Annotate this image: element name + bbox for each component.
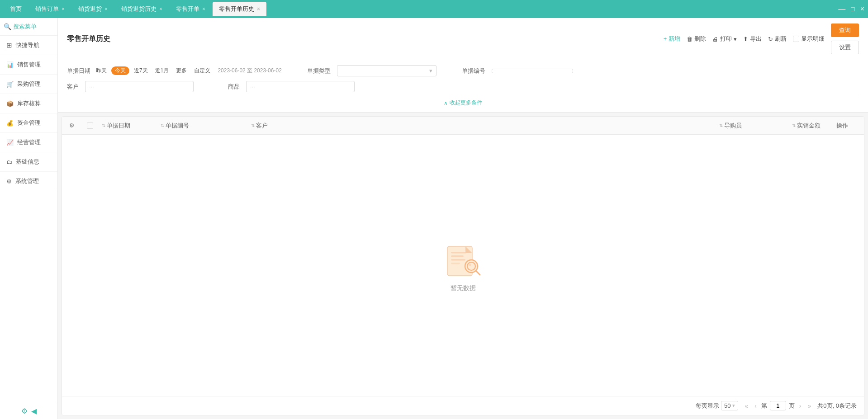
export-button[interactable]: ⬆ 导出 — [743, 35, 762, 43]
display-cols-checkbox[interactable]: 显示明细 — [793, 35, 825, 43]
print-label: 打印 — [720, 35, 732, 43]
bill-no-input[interactable] — [492, 69, 573, 73]
bill-type-filter: 单据类型 ▾ — [307, 65, 436, 76]
delete-button[interactable]: 🗑 删除 — [687, 35, 706, 43]
add-button[interactable]: + 新增 — [664, 35, 680, 43]
sort-customer-icon[interactable]: ⇅ — [251, 123, 255, 128]
svg-rect-4 — [451, 263, 460, 264]
goods-input[interactable]: ··· — [246, 81, 355, 92]
table-body: 暂无数据 — [62, 135, 864, 396]
th-date: ⇅ 单据日期 — [98, 122, 157, 130]
query-button[interactable]: 查询 — [831, 24, 859, 37]
th-amount: ⇅ 实销金额 — [770, 122, 824, 130]
close-retail-order-tab[interactable]: × — [202, 6, 205, 12]
customer-filter: 客户 ··· — [67, 81, 194, 92]
date-filter: 单据日期 昨天 今天 近7天 近1月 更多 自定义 2023-06-02 至 2… — [67, 66, 282, 75]
empty-svg-icon — [441, 238, 486, 279]
goods-label: 商品 — [228, 83, 240, 91]
sort-salesperson-icon[interactable]: ⇅ — [719, 123, 723, 128]
th-salesperson-label: 导购员 — [724, 122, 742, 130]
page-unit-label: 页 — [789, 402, 795, 410]
nav-tab-retail-history[interactable]: 零售开单历史 × — [213, 2, 266, 16]
collapse-label: 收起更多条件 — [450, 99, 482, 107]
bill-type-select[interactable]: ▾ — [337, 65, 436, 76]
date-yesterday[interactable]: 昨天 — [93, 66, 109, 75]
page-first-btn[interactable]: « — [743, 401, 750, 410]
close-sales-return-tab[interactable]: × — [104, 6, 108, 12]
th-date-label: 单据日期 — [107, 122, 130, 130]
quick-nav-icon: ⊞ — [6, 41, 12, 49]
empty-text: 暂无数据 — [451, 284, 476, 292]
sort-amount-icon[interactable]: ⇅ — [792, 123, 796, 128]
date-today[interactable]: 今天 — [111, 66, 129, 75]
close-sales-order-tab[interactable]: × — [62, 6, 65, 12]
sidebar-item-system-mgmt[interactable]: ⚙ 系统管理 — [0, 172, 57, 191]
top-nav-bar: 首页 销售订单 × 销货退货 × 销货退货历史 × 零售开单 × 零售开单历史 … — [0, 0, 868, 18]
sidebar-bottom: ⚙ ◀ — [0, 403, 57, 419]
total-records-text: 共0页, 0条记录 — [817, 402, 857, 410]
nav-tab-sales-return[interactable]: 销货退货 × — [72, 2, 114, 16]
sidebar-search-inner[interactable]: 🔍 搜索菜单 — [4, 23, 54, 31]
collapse-bar[interactable]: ∧ 收起更多条件 — [67, 97, 859, 108]
sidebar-item-label-finance-mgmt: 资金管理 — [17, 119, 41, 127]
refresh-button[interactable]: ↻ 刷新 — [768, 35, 787, 43]
page-size-box[interactable]: 50 ▾ — [721, 401, 738, 410]
th-settings[interactable]: ⚙ — [66, 122, 82, 129]
nav-tab-home[interactable]: 首页 — [4, 2, 28, 16]
date-filter-label: 单据日期 — [67, 67, 90, 75]
settings-button[interactable]: 设置 — [831, 41, 859, 54]
basic-info-icon: 🗂 — [6, 159, 12, 165]
date-month[interactable]: 近1月 — [152, 66, 172, 75]
window-max-btn[interactable]: □ — [851, 5, 854, 13]
search-icon: 🔍 — [4, 23, 11, 30]
print-button[interactable]: 🖨 打印 ▾ — [712, 35, 737, 43]
sidebar-item-basic-info[interactable]: 🗂 基础信息 — [0, 152, 57, 172]
customer-input[interactable]: ··· — [85, 81, 194, 92]
collapse-chevron-icon: ∧ — [444, 100, 448, 106]
sidebar-item-purchase-mgmt[interactable]: 🛒 采购管理 — [0, 75, 57, 94]
page-title-row: 零售开单历史 + 新增 🗑 删除 🖨 打印 ▾ ⬆ 导出 — [67, 24, 859, 54]
page-next-btn[interactable]: › — [797, 401, 803, 410]
page-last-btn[interactable]: » — [806, 401, 813, 410]
window-controls: — □ × — [838, 5, 864, 13]
sidebar-item-business-mgmt[interactable]: 📈 经营管理 — [0, 133, 57, 152]
sidebar-item-inventory[interactable]: 📦 库存核算 — [0, 94, 57, 113]
filter-row-1: 单据日期 昨天 今天 近7天 近1月 更多 自定义 2023-06-02 至 2… — [67, 65, 859, 76]
nav-tab-sales-return-history[interactable]: 销货退货历史 × — [115, 2, 169, 16]
sidebar: 🔍 搜索菜单 ⊞ 快捷导航 📊 销售管理 🛒 采购管理 📦 库存核算 � — [0, 18, 58, 419]
date-more[interactable]: 更多 — [173, 66, 190, 75]
sidebar-settings-btn[interactable]: ⚙ — [21, 407, 28, 415]
inventory-icon: 📦 — [6, 100, 14, 107]
close-retail-history-tab[interactable]: × — [257, 6, 260, 12]
sort-billno-icon[interactable]: ⇅ — [161, 123, 164, 128]
th-check[interactable] — [82, 122, 98, 129]
sidebar-item-finance-mgmt[interactable]: 💰 资金管理 — [0, 113, 57, 133]
date-custom[interactable]: 自定义 — [191, 66, 213, 75]
close-sales-return-history-tab[interactable]: × — [159, 6, 162, 12]
window-min-btn[interactable]: — — [838, 5, 845, 13]
table-settings-icon[interactable]: ⚙ — [69, 122, 75, 129]
nav-tab-retail-order[interactable]: 零售开单 × — [170, 2, 212, 16]
sort-asc-icon[interactable]: ⇅ — [102, 123, 105, 128]
select-all-checkbox[interactable] — [87, 122, 93, 129]
sidebar-item-sales-mgmt[interactable]: 📊 销售管理 — [0, 55, 57, 75]
sidebar-search-area[interactable]: 🔍 搜索菜单 — [0, 18, 57, 36]
page-prev-btn[interactable]: ‹ — [753, 401, 759, 410]
sidebar-item-quick-nav[interactable]: ⊞ 快捷导航 — [0, 36, 57, 55]
page-nav: « ‹ 第 页 › » — [743, 401, 813, 410]
filter-row-2: 客户 ··· 商品 ··· — [67, 81, 859, 92]
display-cols-label: 显示明细 — [801, 35, 825, 43]
date-week[interactable]: 近7天 — [131, 66, 151, 75]
toolbar: + 新增 🗑 删除 🖨 打印 ▾ ⬆ 导出 — [664, 24, 859, 54]
page-title: 零售开单历史 — [67, 34, 110, 44]
svg-rect-3 — [451, 259, 465, 261]
window-close-btn[interactable]: × — [860, 5, 864, 13]
page-label: 第 — [761, 402, 767, 410]
sidebar-menu: ⊞ 快捷导航 📊 销售管理 🛒 采购管理 📦 库存核算 💰 资金管理 📈 — [0, 36, 57, 403]
nav-tab-sales-order[interactable]: 销售订单 × — [29, 2, 71, 16]
sales-mgmt-icon: 📊 — [6, 61, 14, 68]
customer-label: 客户 — [67, 83, 79, 91]
page-num-input[interactable] — [770, 401, 786, 410]
delete-label: 删除 — [694, 35, 706, 43]
sidebar-collapse-btn[interactable]: ◀ — [31, 407, 37, 415]
